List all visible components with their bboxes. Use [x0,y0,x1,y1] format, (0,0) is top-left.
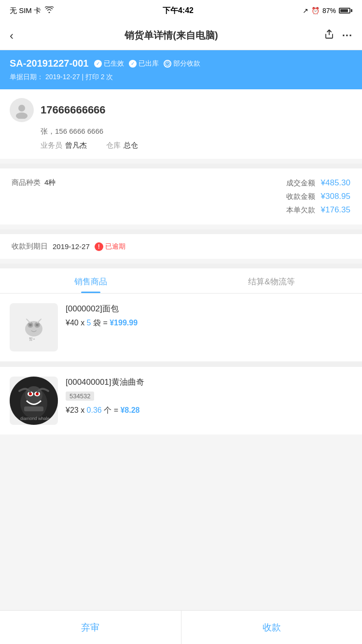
status-time: 下午4:42 [163,6,194,16]
customer-section: 17666666666 张，156 6666 6666 业务员 曾凡杰 仓库 总… [0,89,362,159]
collected-label: 收款金额 [286,192,315,201]
product-qty-1: 5 [87,319,91,327]
salesperson-item: 业务员 曾凡杰 [41,141,87,150]
battery-percent: 87% [322,7,336,14]
svg-point-1 [18,105,25,112]
status-badge-partial: 部分收款 [164,59,200,68]
due-date-label: 收款到期日 [12,242,48,251]
svg-text:暂+: 暂+ [29,337,35,341]
order-id: SA-20191227-001 [10,58,88,69]
deal-amount-label: 成交金额 [286,179,315,188]
bottom-bar: 弃审 收款 [0,610,362,644]
status-right: ↗ ⏰ 87% [303,7,352,14]
check-icon-1: ✓ [94,60,102,68]
owed-value: ¥176.35 [321,205,350,215]
product-type-row: 商品种类 4种 [12,178,56,187]
product-price-2: ¥23 x 0.36 个 = ¥8.28 [66,406,352,416]
stats-left: 商品种类 4种 [12,178,56,187]
warehouse-label: 仓库 [106,141,121,150]
owed-label: 本单欠款 [286,206,315,215]
svg-point-2 [16,112,28,119]
status-badges: ✓ 已生效 ✓ 已出库 部分收款 [94,59,200,68]
tab-settlement[interactable]: 结算&物流等 [181,268,362,293]
overdue-badge: ! 已逾期 [95,242,125,251]
order-header: SA-20191227-001 ✓ 已生效 ✓ 已出库 部分收款 [0,50,362,89]
svg-point-16 [36,392,39,395]
customer-phone: 17666666666 [41,104,106,116]
stats-right: 成交金额 ¥485.30 收款金额 ¥308.95 本单欠款 ¥176.35 [286,178,350,215]
product-thumbnail-1: 暂+ [10,303,58,351]
svg-point-4 [25,321,42,336]
product-type-label: 商品种类 [12,178,41,187]
svg-point-7 [29,323,32,326]
customer-row: 17666666666 [10,98,352,122]
product-info-1: [0000002]面包 ¥40 x 5 袋 = ¥199.99 [66,303,352,328]
share-icon[interactable] [324,29,334,42]
product-type-value: 4种 [44,178,56,187]
page-title: 销货单详情(来自电脑) [29,29,314,42]
nav-actions: ··· [314,29,352,42]
overdue-text: 已逾期 [105,242,125,251]
tab-sales-products[interactable]: 销售商品 [0,268,181,293]
product-price-1: ¥40 x 5 袋 = ¥199.99 [66,318,352,328]
svg-rect-17 [24,406,43,411]
status-badge-shipped: ✓ 已出库 [129,59,159,68]
svg-text:diamond whale: diamond whale [20,416,50,421]
warehouse-item: 仓库 总仓 [106,141,138,150]
tabs-row: 销售商品 结算&物流等 [0,268,362,294]
avatar [10,98,34,122]
owed-row: 本单欠款 ¥176.35 [286,205,350,215]
due-date-value: 2019-12-27 [53,242,90,251]
battery-icon [339,8,352,14]
salesperson-label: 业务员 [41,141,62,150]
tabs-section: 销售商品 结算&物流等 [0,268,362,294]
product-name-1: [0000002]面包 [66,303,352,314]
order-date: 单据日期： 2019-12-27 | 打印 2 次 [10,73,352,82]
cancel-button[interactable]: 弃审 [0,611,181,644]
product-sku-2: 534532 [66,392,94,401]
alarm-icon: ⏰ [311,7,320,14]
collect-button[interactable]: 收款 [181,611,362,644]
clock-icon [164,60,171,68]
product-list: 暂+ [0000002]面包 ¥40 x 5 袋 = ¥199.99 [0,294,362,434]
product-total-1: ¥199.99 [110,319,138,327]
product-qty-2: 0.36 [87,406,102,414]
list-item: 暂+ [0000002]面包 ¥40 x 5 袋 = ¥199.99 [0,294,362,361]
list-item: diamond whale [000400001]黄油曲奇 534532 ¥23… [0,367,362,434]
overdue-icon: ! [95,242,103,251]
customer-meta: 业务员 曾凡杰 仓库 总仓 [10,141,352,150]
wifi-icon [45,6,54,15]
product-total-2: ¥8.28 [120,406,139,414]
product-name-2: [000400001]黄油曲奇 [66,377,352,388]
nav-bar: ‹ 销货单详情(来自电脑) ··· [0,21,362,50]
customer-contact: 张，156 6666 6666 [10,127,352,136]
svg-point-8 [36,323,39,326]
svg-point-15 [29,392,32,395]
collected-value: ¥308.95 [321,192,350,201]
status-left: 无 SIM 卡 [10,6,54,15]
product-info-2: [000400001]黄油曲奇 534532 ¥23 x 0.36 个 = ¥8… [66,377,352,416]
check-icon-2: ✓ [129,60,137,68]
more-icon[interactable]: ··· [342,29,352,42]
due-section: 收款到期日 2019-12-27 ! 已逾期 [0,234,362,259]
location-icon: ↗ [303,7,308,14]
back-button[interactable]: ‹ [10,29,29,42]
stats-section: 商品种类 4种 成交金额 ¥485.30 收款金额 ¥308.95 本单欠款 ¥… [0,168,362,224]
product-thumbnail-2: diamond whale [10,377,58,425]
tab-underline [81,292,100,293]
status-badge-active: ✓ 已生效 [94,59,124,68]
status-bar: 无 SIM 卡 下午4:42 ↗ ⏰ 87% [0,0,362,21]
deal-amount-value: ¥485.30 [321,178,350,188]
salesperson-value: 曾凡杰 [65,141,87,150]
collected-row: 收款金额 ¥308.95 [286,192,350,201]
warehouse-value: 总仓 [124,141,138,150]
deal-amount-row: 成交金额 ¥485.30 [286,178,350,188]
carrier-text: 无 SIM 卡 [10,6,41,15]
